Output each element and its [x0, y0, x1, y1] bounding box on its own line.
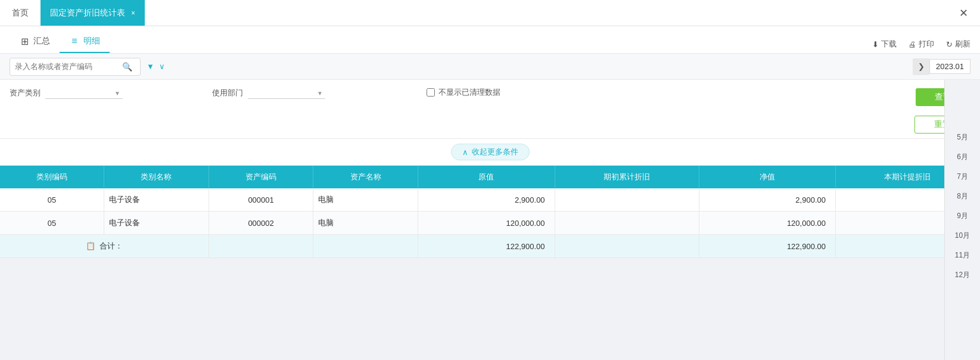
side-month-item[interactable]: 12月: [955, 265, 970, 285]
table-row: 05 电子设备 000001 电脑 2,900.00 2,900.00: [0, 188, 980, 212]
side-month-item[interactable]: 5月: [955, 128, 970, 147]
collapse-button[interactable]: ∧ 收起更多条件: [451, 144, 530, 160]
download-label: 下载: [881, 39, 897, 49]
download-button[interactable]: ⬇ 下载: [872, 39, 897, 49]
total-net-value: 122,900.00: [699, 235, 835, 258]
active-tab[interactable]: 固定资产折旧统计表 ×: [41, 0, 145, 26]
department-field: 使用部门 ▼: [212, 87, 391, 99]
print-icon: 🖨: [909, 40, 916, 49]
col-header-category-name: 类别名称: [104, 166, 209, 188]
exclude-cleared-wrap: 不显示已清理数据: [427, 87, 500, 98]
date-nav: ❯ 2023.01: [913, 58, 970, 75]
cell-asset-code: 000002: [209, 212, 313, 235]
cell-category-code: 05: [0, 212, 104, 235]
asset-category-select[interactable]: [45, 87, 123, 99]
asset-category-field: 资产类别 ▼: [10, 87, 188, 99]
cell-net-value: 2,900.00: [699, 188, 835, 212]
exclude-cleared-label: 不显示已清理数据: [438, 87, 500, 98]
cell-accumulated-depreciation: [555, 188, 699, 212]
department-select[interactable]: [248, 87, 325, 99]
asset-category-label: 资产类别: [10, 88, 41, 98]
sub-tab-bar: ⊞ 汇总 ≡ 明细 ⬇ 下载 🖨 打印 ↻ 刷新: [0, 26, 980, 54]
print-label: 打印: [919, 39, 934, 49]
collapse-chevron-icon: ∧: [462, 148, 468, 157]
print-button[interactable]: 🖨 打印: [909, 39, 934, 49]
search-input-wrap: 🔍: [10, 58, 141, 76]
table-total-row: 📋 合计： 122,900.00 122,900.00: [0, 235, 980, 258]
toolbar-right: ⬇ 下载 🖨 打印 ↻ 刷新: [872, 39, 970, 53]
col-header-asset-name: 资产名称: [313, 166, 418, 188]
cell-category-name: 电子设备: [104, 188, 209, 212]
department-label: 使用部门: [212, 88, 243, 98]
col-header-category-code: 类别编码: [0, 166, 104, 188]
search-bar: 🔍 ▼ ∨ ❯ 2023.01: [0, 54, 980, 80]
table-row: 05 电子设备 000002 电脑 120,000.00 120,000.00: [0, 212, 980, 235]
col-header-net-value: 净值: [699, 166, 835, 188]
refresh-icon: ↻: [946, 40, 953, 49]
download-icon: ⬇: [872, 40, 879, 49]
col-header-original-value: 原值: [418, 166, 555, 188]
cell-asset-name: 电脑: [313, 212, 418, 235]
col-header-accumulated-depreciation: 期初累计折旧: [555, 166, 699, 188]
cell-asset-name: 电脑: [313, 188, 418, 212]
side-month-item[interactable]: 11月: [955, 246, 970, 265]
tab-summary-label: 汇总: [33, 36, 50, 46]
table-header-row: 类别编码 类别名称 资产编码 资产名称 原值 期初累计折旧 净值 本期计提折旧: [0, 166, 980, 188]
cell-category-code: 05: [0, 188, 104, 212]
exclude-cleared-checkbox[interactable]: [427, 88, 435, 97]
cell-net-value: 120,000.00: [699, 212, 835, 235]
search-input[interactable]: [15, 62, 122, 71]
total-original-value: 122,900.00: [418, 235, 555, 258]
tab-label: 固定资产折旧统计表: [50, 8, 125, 18]
total-label-cell: 📋 合计：: [0, 235, 209, 258]
cell-asset-code: 000001: [209, 188, 313, 212]
cell-category-name: 电子设备: [104, 212, 209, 235]
side-panel: 5月6月7月8月9月10月11月12月 2023: [944, 80, 980, 360]
tab-close-icon[interactable]: ×: [131, 9, 135, 17]
asset-category-select-wrap: ▼: [45, 87, 123, 99]
data-table: 类别编码 类别名称 资产编码 资产名称 原值 期初累计折旧 净值 本期计提折旧 …: [0, 166, 980, 258]
search-icon: 🔍: [122, 62, 132, 72]
chevron-down-icon: ∨: [159, 62, 165, 71]
date-prev-button[interactable]: ❯: [913, 58, 929, 75]
total-asset-name-cell: [313, 235, 418, 258]
side-month-item[interactable]: 7月: [955, 167, 970, 187]
home-nav-item[interactable]: 首页: [0, 0, 41, 26]
side-month-item[interactable]: 6月: [955, 147, 970, 167]
side-month-item[interactable]: 9月: [955, 206, 970, 226]
cell-original-value: 120,000.00: [418, 212, 555, 235]
more-conditions-button[interactable]: ▼ ∨: [147, 62, 165, 71]
collapse-row: ∧ 收起更多条件: [0, 139, 980, 166]
col-header-asset-code: 资产编码: [209, 166, 313, 188]
summary-icon: ⊞: [19, 36, 30, 46]
filter-row: 资产类别 ▼ 使用部门 ▼: [0, 80, 980, 139]
cell-accumulated-depreciation: [555, 212, 699, 235]
detail-icon: ≡: [69, 36, 80, 46]
side-month-item[interactable]: 10月: [955, 226, 970, 246]
cell-original-value: 2,900.00: [418, 188, 555, 212]
date-display: 2023.01: [929, 59, 970, 74]
window-close-button[interactable]: ✕: [947, 0, 980, 26]
department-select-wrap: ▼: [248, 87, 325, 99]
total-accumulated-depreciation: [555, 235, 699, 258]
side-month-item[interactable]: 8月: [955, 187, 970, 206]
total-asset-code-cell: [209, 235, 313, 258]
tab-detail[interactable]: ≡ 明细: [60, 30, 110, 53]
data-table-wrap: 类别编码 类别名称 资产编码 资产名称 原值 期初累计折旧 净值 本期计提折旧 …: [0, 166, 980, 360]
tab-detail-label: 明细: [83, 36, 100, 46]
tab-summary[interactable]: ⊞ 汇总: [10, 30, 60, 53]
refresh-button[interactable]: ↻ 刷新: [946, 39, 970, 49]
total-label: 合计：: [99, 241, 123, 250]
collapse-label: 收起更多条件: [472, 147, 518, 157]
refresh-label: 刷新: [955, 39, 970, 49]
filter-icon: ▼: [147, 62, 154, 71]
